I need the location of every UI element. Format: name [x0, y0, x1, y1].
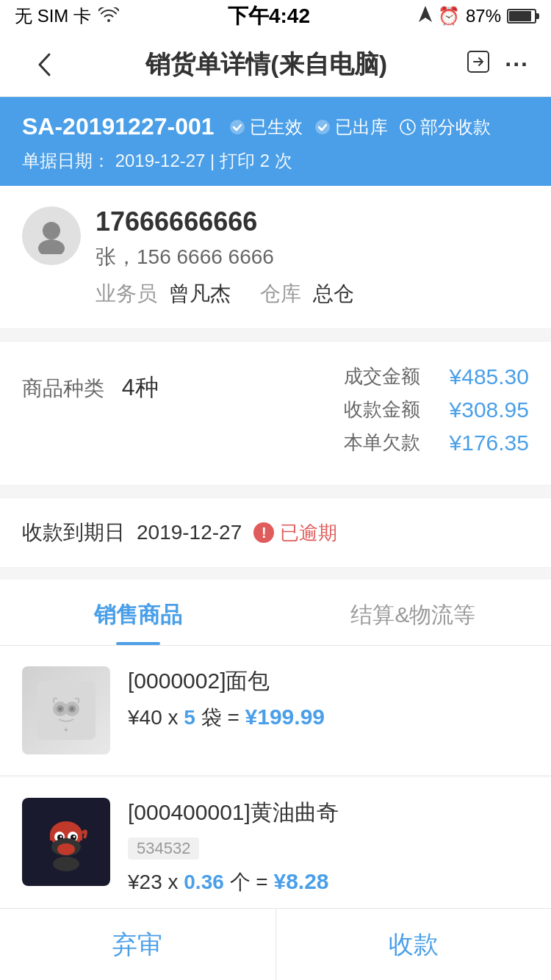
tabs-section: 销售商品 结算&物流等 — [0, 580, 551, 646]
tab-settlement[interactable]: 结算&物流等 — [276, 580, 551, 645]
tab-sales-products[interactable]: 销售商品 — [0, 580, 276, 645]
unit-2: 个 — [230, 871, 251, 893]
transaction-amount-value: ¥485.30 — [450, 364, 529, 389]
customer-section: 17666666666 张，156 6666 6666 业务员 曾凡杰 仓库 总… — [0, 186, 551, 329]
wifi-icon — [98, 6, 119, 26]
agent-label: 业务员 — [96, 282, 157, 305]
agent-name: 曾凡杰 — [169, 282, 231, 305]
collection-amount-label: 收款金额 — [344, 397, 420, 422]
battery-percentage: 87% — [466, 6, 501, 26]
status-bar: 无 SIM 卡 下午4:42 ⏰ 87% — [0, 0, 551, 32]
battery-icon — [507, 9, 536, 24]
product-thumb-2 — [22, 798, 110, 886]
back-button[interactable] — [22, 43, 66, 87]
collection-amount-value: ¥308.95 — [450, 397, 529, 422]
svg-point-21 — [60, 836, 62, 838]
nav-actions: ··· — [467, 50, 529, 79]
status-badges: 已生效 已出库 部分收款 — [229, 115, 491, 139]
badge-partial-payment: 部分收款 — [400, 115, 491, 139]
carrier-text: 无 SIM 卡 — [15, 4, 91, 28]
summary-section: 商品种类 4种 成交金额 ¥485.30 收款金额 ¥308.95 本单欠款 ¥… — [0, 341, 551, 486]
qty-2: 0.36 — [184, 871, 224, 893]
svg-point-2 — [315, 120, 330, 134]
nav-bar: 销货单详情(来自电脑) ··· — [0, 32, 551, 97]
svg-point-12 — [71, 707, 73, 710]
location-icon — [419, 6, 432, 26]
product-name-2: [000400001]黄油曲奇 — [128, 798, 529, 828]
product-type-value: 4种 — [122, 374, 159, 400]
order-header: SA-20191227-001 已生效 已出库 部分收款 单据日期： 2019-… — [0, 97, 551, 186]
status-time: 下午4:42 — [228, 2, 310, 30]
qty-1: 5 — [184, 706, 195, 729]
product-name-1: [0000002]面包 — [128, 666, 529, 696]
unit-1: 袋 — [201, 706, 222, 729]
status-right: ⏰ 87% — [419, 6, 536, 26]
svg-point-25 — [53, 857, 79, 871]
cancel-review-button[interactable]: 弃审 — [0, 909, 276, 980]
overdue-badge: ! 已逾期 — [253, 520, 337, 546]
order-date-info: 单据日期： 2019-12-27 | 打印 2 次 — [22, 149, 529, 173]
date-label: 单据日期： — [22, 151, 110, 170]
overdue-text: 已逾期 — [280, 520, 337, 546]
print-info: | 打印 2 次 — [210, 151, 292, 170]
total-2: ¥8.28 — [273, 869, 328, 893]
customer-meta: 业务员 曾凡杰 仓库 总仓 — [96, 280, 529, 308]
order-date: 2019-12-27 — [115, 151, 206, 170]
product-item-2: [000400001]黄油曲奇 534532 ¥23 x 0.36 个 = ¥8… — [0, 777, 551, 918]
product-type-label: 商品种类 — [22, 377, 104, 400]
product-list: + [0000002]面包 ¥40 x 5 袋 = ¥199.99 — [0, 646, 551, 918]
badge-active: 已生效 — [229, 115, 303, 139]
bread-image-placeholder: + — [22, 666, 110, 754]
bottom-action-bar: 弃审 收款 — [0, 908, 551, 980]
svg-point-5 — [38, 239, 65, 254]
due-date-value: 2019-12-27 — [137, 521, 242, 544]
customer-info: 17666666666 张，156 6666 6666 业务员 曾凡杰 仓库 总… — [96, 206, 529, 308]
status-left: 无 SIM 卡 — [15, 4, 119, 28]
overdue-dot-icon: ! — [253, 522, 274, 543]
due-date-label: 收款到期日 — [22, 519, 125, 547]
product-type-info: 商品种类 4种 — [22, 364, 159, 411]
agent-info: 业务员 曾凡杰 — [96, 280, 231, 308]
order-status-row: SA-20191227-001 已生效 已出库 部分收款 — [22, 113, 529, 140]
svg-point-4 — [43, 222, 60, 239]
total-1: ¥199.99 — [245, 705, 325, 729]
price-base-2: ¥23 — [128, 871, 162, 893]
svg-point-11 — [59, 707, 62, 710]
product-tag-2: 534532 — [128, 837, 199, 860]
transaction-amount-row: 成交金额 ¥485.30 — [344, 364, 529, 389]
product-price-1: ¥40 x 5 袋 = ¥199.99 — [128, 704, 529, 732]
product-info-1: [0000002]面包 ¥40 x 5 袋 = ¥199.99 — [128, 666, 529, 732]
badge-shipped: 已出库 — [314, 115, 388, 139]
svg-point-22 — [73, 836, 76, 838]
transaction-amount-label: 成交金额 — [344, 364, 420, 389]
svg-text:+: + — [64, 726, 68, 734]
product-price-2: ¥23 x 0.36 个 = ¥8.28 — [128, 868, 529, 896]
warehouse-label: 仓库 — [260, 282, 301, 305]
product-info-2: [000400001]黄油曲奇 534532 ¥23 x 0.36 个 = ¥8… — [128, 798, 529, 896]
product-item-1: + [0000002]面包 ¥40 x 5 袋 = ¥199.99 — [0, 646, 551, 776]
order-id: SA-20191227-001 — [22, 113, 215, 140]
collect-payment-button[interactable]: 收款 — [276, 909, 552, 980]
more-icon[interactable]: ··· — [505, 51, 529, 78]
customer-id: 17666666666 — [96, 206, 529, 237]
alarm-icon: ⏰ — [438, 6, 460, 26]
warehouse-info: 仓库 总仓 — [260, 280, 354, 308]
svg-point-24 — [57, 843, 75, 855]
butter-cookie-image — [22, 798, 110, 886]
page-title: 销货单详情(来自电脑) — [145, 48, 387, 82]
summary-right: 成交金额 ¥485.30 收款金额 ¥308.95 本单欠款 ¥176.35 — [344, 364, 529, 463]
warehouse-name: 总仓 — [313, 282, 354, 305]
avatar — [22, 206, 81, 265]
debt-amount-value: ¥176.35 — [450, 430, 529, 455]
product-thumb-1: + — [22, 666, 110, 754]
debt-amount-row: 本单欠款 ¥176.35 — [344, 430, 529, 455]
summary-row: 商品种类 4种 成交金额 ¥485.30 收款金额 ¥308.95 本单欠款 ¥… — [22, 364, 529, 463]
due-date-section: 收款到期日 2019-12-27 ! 已逾期 — [0, 497, 551, 568]
customer-name-phone: 张，156 6666 6666 — [96, 243, 529, 271]
summary-left: 商品种类 4种 — [22, 364, 159, 411]
price-base-1: ¥40 — [128, 706, 162, 729]
collection-amount-row: 收款金额 ¥308.95 — [344, 397, 529, 422]
svg-point-1 — [230, 120, 245, 134]
share-icon[interactable] — [467, 50, 490, 79]
debt-amount-label: 本单欠款 — [344, 430, 420, 455]
